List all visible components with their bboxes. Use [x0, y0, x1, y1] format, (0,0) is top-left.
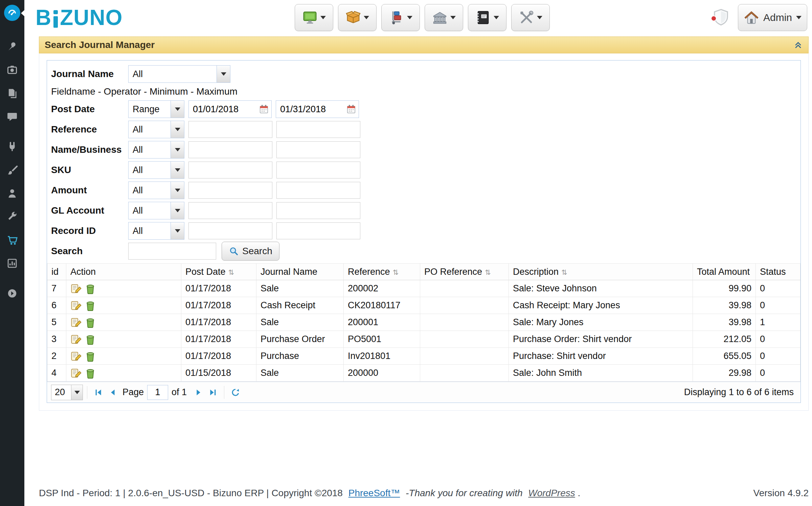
search-button[interactable]: Search [222, 242, 279, 261]
sidebar-item-collapse[interactable] [0, 287, 24, 299]
sidebar-item-users[interactable] [0, 187, 24, 199]
chevron-down-icon[interactable] [450, 16, 456, 19]
phreesoft-link[interactable]: PhreeSoft™ [348, 488, 400, 498]
menu-button-shipping[interactable] [381, 4, 420, 31]
page-size-select[interactable]: 20 [51, 385, 83, 400]
sidebar-item-reports[interactable] [0, 257, 24, 269]
edit-icon[interactable] [70, 334, 82, 345]
delete-icon[interactable] [85, 283, 96, 294]
security-shield-button[interactable] [712, 7, 731, 28]
chevron-down-icon[interactable] [537, 16, 542, 19]
sidebar-item-media[interactable] [0, 64, 24, 76]
chevron-down-icon[interactable] [171, 182, 184, 199]
menu-button-inventory[interactable] [338, 4, 377, 31]
sort-icon[interactable]: ⇅ [393, 268, 399, 276]
max-input[interactable] [276, 141, 360, 158]
chevron-down-icon[interactable] [217, 66, 230, 82]
date-max-combo[interactable] [276, 100, 359, 118]
operator-select[interactable]: Range [128, 100, 184, 118]
chevron-down-icon[interactable] [171, 222, 184, 239]
col-po-reference[interactable]: PO Reference⇅ [420, 264, 509, 280]
sort-icon[interactable]: ⇅ [228, 268, 234, 276]
max-input[interactable] [276, 182, 360, 199]
max-input[interactable] [276, 162, 360, 178]
next-page-button[interactable] [191, 385, 206, 400]
operator-select[interactable]: All [128, 121, 184, 138]
min-input[interactable] [188, 182, 272, 199]
first-page-button[interactable] [91, 385, 106, 400]
delete-icon[interactable] [85, 367, 96, 379]
chevron-down-icon[interactable] [171, 121, 184, 138]
table-row[interactable]: 4 01/15/2018 Sale 200000 Sale: John Smit… [47, 365, 800, 382]
min-input[interactable] [188, 222, 272, 239]
admin-menu-button[interactable]: Admin [738, 4, 807, 31]
max-input[interactable] [276, 121, 360, 138]
chevron-down-icon[interactable] [171, 141, 184, 158]
delete-icon[interactable] [85, 334, 96, 345]
sidebar-item-bizuno[interactable] [0, 234, 24, 246]
table-row[interactable]: 3 01/17/2018 Purchase Order PO5001 Purch… [47, 331, 800, 348]
sidebar-item-appearance[interactable] [0, 164, 24, 176]
chevron-down-icon[interactable] [364, 16, 369, 19]
operator-select[interactable]: All [128, 161, 184, 179]
table-row[interactable]: 7 01/17/2018 Sale 200002 Sale: Steve Joh… [47, 280, 800, 297]
delete-icon[interactable] [85, 351, 96, 362]
edit-icon[interactable] [70, 300, 82, 311]
calendar-icon[interactable] [256, 104, 271, 114]
edit-icon[interactable] [70, 367, 82, 379]
date-min-combo[interactable] [188, 100, 272, 118]
chevron-down-icon[interactable] [171, 202, 184, 219]
sort-icon[interactable]: ⇅ [485, 268, 491, 276]
operator-select[interactable]: All [128, 202, 184, 219]
min-input[interactable] [188, 162, 272, 178]
journal-name-select[interactable]: All [128, 65, 230, 83]
page-number-input[interactable] [147, 385, 168, 400]
delete-icon[interactable] [85, 317, 96, 328]
col-post-date[interactable]: Post Date⇅ [181, 264, 256, 280]
operator-select[interactable]: All [128, 222, 184, 240]
delete-icon[interactable] [85, 300, 96, 311]
max-input[interactable] [276, 202, 360, 219]
chevron-down-icon[interactable] [71, 385, 83, 400]
col-description[interactable]: Description⇅ [509, 264, 693, 280]
menu-button-tools[interactable] [511, 4, 550, 31]
menu-button-banking[interactable] [425, 4, 463, 31]
operator-select[interactable]: All [128, 141, 184, 159]
col-reference[interactable]: Reference⇅ [344, 264, 420, 280]
max-input[interactable] [276, 222, 360, 239]
min-input[interactable] [188, 121, 272, 138]
chevron-down-icon[interactable] [171, 162, 184, 178]
panel-collapse-button[interactable] [793, 40, 803, 50]
refresh-button[interactable] [228, 385, 243, 400]
min-input[interactable] [188, 141, 272, 158]
wordpress-link[interactable]: WordPress [528, 488, 575, 498]
edit-icon[interactable] [70, 283, 82, 294]
last-page-button[interactable] [206, 385, 220, 400]
sidebar-item-tools[interactable] [0, 211, 24, 223]
chevron-down-icon[interactable] [171, 101, 184, 118]
menu-button-business[interactable] [295, 4, 333, 31]
menu-button-ledger[interactable] [468, 4, 506, 31]
prev-page-button[interactable] [106, 385, 120, 400]
edit-icon[interactable] [70, 351, 82, 362]
sidebar-item-posts[interactable] [0, 41, 24, 53]
sidebar-item-pages[interactable] [0, 87, 24, 99]
sort-icon[interactable]: ⇅ [561, 268, 567, 276]
chevron-down-icon[interactable] [407, 16, 412, 19]
date-max-input[interactable] [276, 101, 344, 118]
chevron-down-icon[interactable] [320, 16, 326, 19]
min-input[interactable] [188, 202, 272, 219]
table-row[interactable]: 6 01/17/2018 Cash Receipt CK20180117 Cas… [47, 297, 800, 314]
chevron-down-icon[interactable] [494, 16, 499, 19]
date-min-input[interactable] [189, 101, 256, 118]
search-input[interactable] [128, 243, 216, 260]
bizuno-logo[interactable]: B ZUNO [36, 7, 123, 28]
table-row[interactable]: 5 01/17/2018 Sale 200001 Sale: Mary Jone… [47, 314, 800, 331]
chevron-down-icon[interactable] [796, 16, 802, 19]
calendar-icon[interactable] [344, 104, 359, 114]
sidebar-item-comments[interactable] [0, 111, 24, 123]
table-row[interactable]: 2 01/17/2018 Purchase Inv201801 Purchase… [47, 348, 800, 365]
operator-select[interactable]: All [128, 182, 184, 199]
sidebar-item-plugins[interactable] [0, 141, 24, 153]
edit-icon[interactable] [70, 317, 82, 328]
